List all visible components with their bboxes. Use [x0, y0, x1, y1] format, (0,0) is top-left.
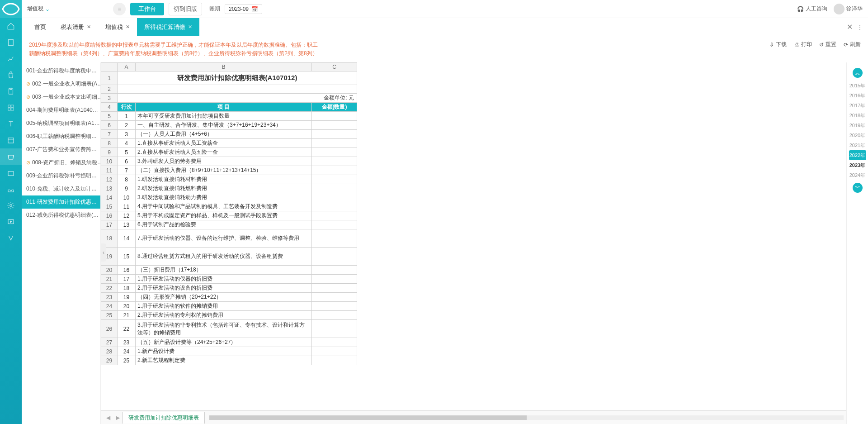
cell[interactable]: [312, 166, 357, 175]
cell[interactable]: [312, 284, 357, 293]
nav-grid-icon[interactable]: [0, 100, 22, 116]
cell[interactable]: [312, 220, 357, 229]
cell[interactable]: [312, 248, 357, 266]
cell[interactable]: [312, 202, 357, 211]
cell[interactable]: [312, 356, 357, 365]
module-dropdown[interactable]: 增值税 ⌄: [27, 5, 108, 13]
form-list-item[interactable]: ⊘003-一般企业成本支出明细…: [22, 91, 100, 104]
nav-clipboard-icon[interactable]: [0, 83, 22, 100]
year-button[interactable]: 2017年: [849, 100, 866, 110]
year-button[interactable]: 2024年: [849, 170, 866, 180]
sheet-prev-icon[interactable]: ◀: [104, 414, 113, 421]
tab-所得税汇算清缴[interactable]: 所得税汇算清缴✕: [137, 18, 199, 36]
cell[interactable]: 1.直接从事研发活动人员工资薪金: [136, 139, 312, 148]
list-icon[interactable]: ≡: [113, 3, 126, 15]
cell[interactable]: [312, 293, 357, 302]
nav-text-icon[interactable]: [0, 116, 22, 132]
support-link[interactable]: 🎧 人工咨询: [797, 5, 827, 13]
year-button[interactable]: 2023年: [849, 160, 866, 170]
cell[interactable]: 6.用于试制产品的检验费: [136, 220, 312, 229]
nav-archive-icon[interactable]: [0, 165, 22, 181]
print-button[interactable]: 🖨打印: [794, 41, 812, 48]
year-up-icon[interactable]: ︽: [853, 68, 863, 78]
year-down-icon[interactable]: ︾: [853, 183, 863, 193]
nav-home-icon[interactable]: [0, 18, 22, 34]
cell[interactable]: 一、自主研发、合作研发、集中研发（3+7+16+19+23+34）: [136, 121, 312, 130]
cell[interactable]: （三）折旧费用（17+18）: [136, 266, 312, 275]
cell[interactable]: 1.用于研发活动的软件的摊销费用: [136, 302, 312, 311]
cell[interactable]: [312, 139, 357, 148]
year-button[interactable]: 2016年: [849, 91, 866, 100]
cell[interactable]: （五）新产品设计费等（24+25+26+27）: [136, 338, 312, 347]
cell[interactable]: [312, 338, 357, 347]
cell[interactable]: [312, 211, 357, 220]
nav-inbox-icon[interactable]: [0, 181, 22, 197]
year-button[interactable]: 2022年: [849, 150, 866, 160]
cell[interactable]: 1.研发活动直接消耗材料费用: [136, 175, 312, 184]
close-all-tabs[interactable]: ✕: [847, 23, 853, 31]
cell[interactable]: 3.研发活动直接消耗动力费用: [136, 193, 312, 202]
form-list-item[interactable]: 007-广告费和业务宣传费跨…: [22, 143, 100, 156]
form-list-item[interactable]: 010-免税、减计收入及加计…: [22, 182, 100, 195]
cell[interactable]: [312, 266, 357, 275]
cell[interactable]: 本年可享受研发费用加计扣除项目数量: [136, 112, 312, 121]
nav-chart-icon[interactable]: [0, 51, 22, 67]
cell[interactable]: [312, 175, 357, 184]
cell[interactable]: [312, 347, 357, 356]
collapse-left-handle[interactable]: ‹: [101, 243, 106, 262]
close-icon[interactable]: ✕: [87, 24, 91, 30]
nav-video-icon[interactable]: [0, 214, 22, 230]
cell[interactable]: [312, 130, 357, 139]
cell[interactable]: 3.外聘研发人员的劳务费用: [136, 157, 312, 166]
user-menu[interactable]: 徐泽华: [834, 4, 863, 14]
switch-old-button[interactable]: 切到旧版: [169, 3, 202, 15]
close-icon[interactable]: ✕: [126, 24, 130, 30]
cell[interactable]: [312, 275, 357, 284]
cell[interactable]: 5.用于不构成固定资产的样品、样机及一般测试手段购置费: [136, 211, 312, 220]
cell[interactable]: [312, 193, 357, 202]
cell[interactable]: （二）直接投入费用（8+9+10+11+12+13+14+15）: [136, 166, 312, 175]
nav-doc-icon[interactable]: [0, 34, 22, 51]
download-button[interactable]: ⇩下载: [769, 41, 787, 48]
form-list-item[interactable]: ⊘008-资产折旧、摊销及纳税…: [22, 156, 100, 169]
sheet-tab[interactable]: 研发费用加计扣除优惠明细表: [123, 412, 205, 424]
cell[interactable]: [312, 112, 357, 121]
cell[interactable]: [312, 121, 357, 130]
cell[interactable]: 8.通过经营租赁方式租入的用于研发活动的仪器、设备租赁费: [136, 248, 312, 266]
year-button[interactable]: 2020年: [849, 130, 866, 140]
nav-v-icon[interactable]: [0, 230, 22, 246]
form-list-item[interactable]: 006-职工薪酬纳税调整明细…: [22, 130, 100, 143]
tab-税表清册[interactable]: 税表清册✕: [53, 18, 98, 36]
cell[interactable]: [312, 320, 357, 338]
cell[interactable]: （一）人员人工费用（4+5+6）: [136, 130, 312, 139]
cell[interactable]: [312, 229, 357, 248]
year-button[interactable]: 2018年: [849, 110, 866, 120]
refresh-button[interactable]: ⟳刷新: [844, 41, 861, 48]
cell[interactable]: 7.用于研发活动的仪器、设备的运行维护、调整、检验、维修等费用: [136, 229, 312, 248]
cell[interactable]: （四）无形资产摊销（20+21+22）: [136, 293, 312, 302]
form-list-item[interactable]: 005-纳税调整项目明细表(A1…: [22, 117, 100, 130]
form-list-item[interactable]: 004-期间费用明细表(A1040…: [22, 104, 100, 117]
form-list-item[interactable]: ⊘002-一般企业收入明细表(A…: [22, 77, 100, 91]
cell[interactable]: 1.用于研发活动的仪器的折旧费: [136, 275, 312, 284]
sheet-next-icon[interactable]: ▶: [113, 414, 123, 421]
nav-tax-icon[interactable]: [0, 148, 22, 165]
cell[interactable]: 2.用于研发活动的专利权的摊销费用: [136, 311, 312, 320]
cell[interactable]: 1.新产品设计费: [136, 347, 312, 356]
cell[interactable]: [312, 311, 357, 320]
year-button[interactable]: 2021年: [849, 140, 866, 150]
form-list-item[interactable]: 011-研发费用加计扣除优惠…: [22, 195, 100, 209]
close-icon[interactable]: ✕: [188, 24, 192, 30]
horizontal-scrollbar[interactable]: [209, 415, 844, 420]
cell[interactable]: 2.研发活动直接消耗燃料费用: [136, 184, 312, 193]
year-button[interactable]: 2019年: [849, 120, 866, 130]
form-list-item[interactable]: 012-减免所得税优惠明细表(…: [22, 209, 100, 222]
period-picker[interactable]: 2023-09 📅: [225, 4, 262, 14]
nav-bag-icon[interactable]: [0, 67, 22, 83]
cell[interactable]: 2.直接从事研发活动人员五险一金: [136, 148, 312, 157]
cell[interactable]: [312, 302, 357, 311]
cell[interactable]: 3.用于研发活动的非专利技术（包括许可证、专有技术、设计和计算方法等）的摊销费用: [136, 320, 312, 338]
tab-增值税[interactable]: 增值税✕: [98, 18, 137, 36]
workbench-button[interactable]: 工作台: [130, 3, 164, 15]
tabs-more-icon[interactable]: ⋮: [857, 24, 863, 30]
